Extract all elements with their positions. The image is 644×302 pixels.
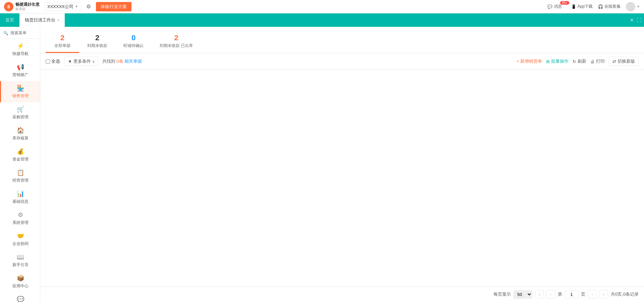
select-all-input[interactable] <box>46 59 50 64</box>
stat-number-pending: 0 <box>131 34 136 42</box>
switch-icon: ⇄ <box>612 59 616 64</box>
last-page-btn[interactable]: » <box>599 290 608 299</box>
main-content: 2 全部单据 2 到期未收款 0 旺铺待确认 2 到期未收款 已出库 全选 <box>40 27 644 302</box>
app-download-btn[interactable]: 📱 App下载 <box>571 4 593 9</box>
operations-icon: 📋 <box>17 169 24 176</box>
dropdown-arrow-icon: ▼ <box>75 5 78 8</box>
guide-icon: 📖 <box>17 253 24 261</box>
window-close-icon[interactable]: ✕ <box>630 17 634 23</box>
app-name: 畅捷通好生意 <box>15 2 40 7</box>
sales-icon: 🏪 <box>17 84 24 92</box>
sidebar-item-sales[interactable]: 🏪 销售管理 <box>0 81 40 102</box>
sidebar-item-wechat[interactable]: 💬 企业微信 <box>0 292 40 302</box>
sidebar-item-system[interactable]: ⚙ 系统管理 <box>0 208 40 229</box>
stat-number-outbound: 2 <box>174 34 178 42</box>
logo-icon: 6 <box>4 2 13 11</box>
service-icon: 🎧 <box>598 4 603 9</box>
switch-version-btn[interactable]: ⇄ 切换新版 <box>609 57 639 66</box>
toolbar: 全选 ▼ 更多条件 ∨ 共找到 0条 相关单据 + 新增销货单 ⊞ 批量操作 ↻… <box>40 53 644 70</box>
stat-tab-all[interactable]: 2 全部单据 <box>46 31 79 53</box>
avatar-area[interactable]: ▼ <box>626 2 640 11</box>
search-icon: 🔍 <box>3 31 8 36</box>
batch-icon: ⊞ <box>546 59 550 64</box>
stat-tab-pending[interactable]: 0 旺铺待确认 <box>115 31 152 53</box>
system-icon: ⚙ <box>18 211 23 219</box>
filter-chevron-icon: ∨ <box>92 60 95 63</box>
print-btn[interactable]: 🖨 打印 <box>590 58 605 64</box>
sidebar-item-marketing[interactable]: 📢 营销推广 <box>0 60 40 81</box>
tab-close-icon[interactable]: × <box>57 18 59 22</box>
top-header: 6 畅捷通好生意 标准版 XXXXXX公司 ▼ ⚙ 体验行业方案 💬 消息 99… <box>0 0 644 13</box>
message-btn[interactable]: 💬 消息 99+ <box>547 4 566 9</box>
app-version: 标准版 <box>15 7 40 11</box>
stat-number-all: 2 <box>60 34 64 42</box>
message-label: 消息 <box>554 4 562 9</box>
stats-row: 2 全部单据 2 到期未收款 0 旺铺待确认 2 到期未收款 已出库 <box>40 27 644 53</box>
tab-home[interactable]: 首页 <box>0 13 19 27</box>
trial-btn[interactable]: 体验行业方案 <box>96 2 131 11</box>
app-body: 🔍 搜索菜单 ⚡ 快捷导航 📢 营销推广 🏪 销售管理 🛒 采购管理 🏠 库存核… <box>0 27 644 302</box>
purchase-icon: 🛒 <box>17 106 24 113</box>
stat-label-pending: 旺铺待确认 <box>123 43 144 49</box>
logo-area: 6 畅捷通好生意 标准版 <box>4 2 44 11</box>
wechat-icon: 💬 <box>17 296 24 302</box>
basic-info-icon: 📊 <box>17 190 24 197</box>
filter-icon: ▼ <box>68 59 72 64</box>
window-maximize-icon[interactable]: ⛶ <box>637 17 641 23</box>
pagination-bar: 每页显示 50 20 100 « ‹ 第 页 › » 共0页,0条记录 <box>40 286 644 302</box>
sidebar-item-purchase[interactable]: 🛒 采购管理 <box>0 102 40 123</box>
header-right: 💬 消息 99+ 📱 App下载 🎧 在线客服 ▼ <box>547 2 640 11</box>
stat-tab-outbound[interactable]: 2 到期未收款 已出库 <box>152 31 201 53</box>
page-size-label: 每页显示 <box>493 291 511 297</box>
app-center-icon: 📦 <box>17 275 24 282</box>
chevron-down-icon: ▼ <box>637 5 640 8</box>
related-link[interactable]: 相关单据 <box>124 59 142 64</box>
finance-icon: 💰 <box>17 148 24 155</box>
company-selector: XXXXXX公司 ▼ ⚙ 体验行业方案 <box>44 2 547 11</box>
sidebar-search[interactable]: 🔍 搜索菜单 <box>0 27 40 39</box>
prev-page-btn[interactable]: ‹ <box>546 290 555 299</box>
sidebar-item-operations[interactable]: 📋 经营管理 <box>0 166 40 187</box>
logo-text: 畅捷通好生意 标准版 <box>15 2 40 11</box>
marketing-icon: 📢 <box>17 63 24 71</box>
print-icon: 🖨 <box>590 59 595 64</box>
tab-workbench[interactable]: 钱货日清工作台 × <box>19 13 65 27</box>
download-icon: 📱 <box>571 4 576 9</box>
sidebar-item-quick-nav[interactable]: ⚡ 快捷导航 <box>0 39 40 60</box>
stat-label-all: 全部单据 <box>54 43 70 49</box>
sidebar-item-basic-info[interactable]: 📊 基础信息 <box>0 187 40 208</box>
table-area <box>40 70 644 286</box>
toolbar-right: + 新增销货单 ⊞ 批量操作 ↻ 刷新 🖨 打印 ⇄ 切换新版 <box>517 57 639 66</box>
new-order-btn[interactable]: + 新增销货单 <box>517 58 542 64</box>
stat-number-overdue: 2 <box>95 34 99 42</box>
sidebar-item-finance[interactable]: 💰 资金管理 <box>0 144 40 166</box>
settings-button[interactable]: ⚙ <box>84 2 93 11</box>
total-text: 共0页,0条记录 <box>611 291 639 297</box>
stat-label-outbound: 到期未收款 已出库 <box>160 43 193 49</box>
first-page-btn[interactable]: « <box>535 290 544 299</box>
company-name-selector[interactable]: XXXXXX公司 ▼ <box>44 2 81 11</box>
page-size-select[interactable]: 50 20 100 <box>514 290 532 299</box>
tab-bar-actions: ✕ ⛶ <box>630 17 644 23</box>
user-avatar <box>626 2 635 11</box>
next-page-btn[interactable]: › <box>588 290 597 299</box>
found-text: 共找到 0条 相关单据 <box>102 58 142 64</box>
refresh-icon: ↻ <box>573 59 576 64</box>
page-label: 第 <box>558 291 562 297</box>
refresh-btn[interactable]: ↻ 刷新 <box>573 58 586 64</box>
cooperation-icon: 🤝 <box>17 232 24 240</box>
inventory-icon: 🏠 <box>17 127 24 134</box>
tab-bar: 首页 钱货日清工作台 × ✕ ⛶ <box>0 13 644 27</box>
online-service-btn[interactable]: 🎧 在线客服 <box>598 4 621 9</box>
page-number-input[interactable] <box>565 291 578 298</box>
sidebar-item-cooperation[interactable]: 🤝 企业协同 <box>0 229 40 250</box>
select-all-checkbox[interactable]: 全选 <box>46 58 60 64</box>
found-count: 0条 <box>117 59 123 64</box>
sidebar-item-app-center[interactable]: 📦 应用中心 <box>0 271 40 292</box>
filter-button[interactable]: ▼ 更多条件 ∨ <box>64 57 98 66</box>
sidebar-item-guide[interactable]: 📖 新手引导 <box>0 250 40 271</box>
stat-tab-overdue[interactable]: 2 到期未收款 <box>79 31 115 53</box>
sidebar-item-inventory[interactable]: 🏠 库存核算 <box>0 123 40 144</box>
message-icon: 💬 <box>547 4 552 9</box>
batch-btn[interactable]: ⊞ 批量操作 <box>546 58 569 64</box>
